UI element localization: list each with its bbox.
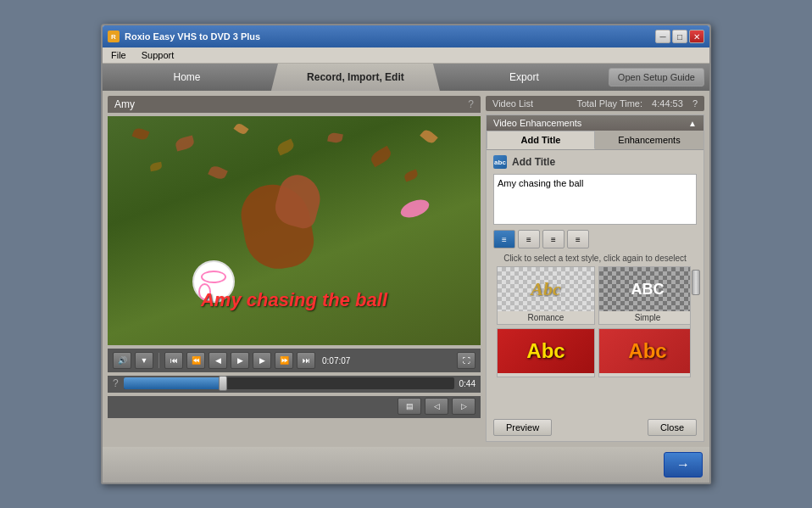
next-clip-btn[interactable]: ▷ [452, 398, 476, 415]
next-button[interactable]: → [664, 452, 703, 477]
tab-export[interactable]: Export [440, 64, 609, 91]
fullscreen-button[interactable]: ⛶ [457, 352, 476, 369]
preview-button[interactable]: Preview [493, 419, 552, 436]
enhancements-title-bar: Video Enhancements ▲ [487, 115, 704, 131]
video-header: Amy ? [108, 96, 481, 113]
progress-help[interactable]: ? [113, 377, 119, 389]
add-title-header: abc Add Title [493, 155, 697, 169]
simple-label: Simple [599, 311, 696, 324]
video-help-icon[interactable]: ? [468, 98, 474, 110]
enhancements-title: Video Enhancements [493, 118, 581, 128]
menu-file[interactable]: File [108, 49, 130, 61]
time-end: 0:44 [459, 379, 476, 388]
tab-record-import-edit[interactable]: Record, Import, Edit [271, 64, 440, 91]
align-justify-button[interactable]: ≡ [567, 230, 589, 248]
add-title-icon: abc [493, 155, 507, 169]
main-window: R Roxio Easy VHS to DVD 3 Plus ─ □ ✕ Fil… [101, 24, 711, 484]
time-display: 0:07:07 [322, 356, 350, 366]
tab-add-title[interactable]: Add Title [487, 131, 595, 149]
style-simple[interactable]: ABC Simple [598, 266, 697, 325]
video-label: Amy [114, 98, 135, 110]
align-right-button[interactable]: ≡ [542, 230, 565, 248]
fast-fwd-button[interactable]: ⏩ [275, 352, 293, 369]
progress-fill [124, 377, 223, 389]
tab-enhancements[interactable]: Enhancements [595, 131, 704, 149]
video-controls: 🔊 ▼ ⏮ ⏪ ◀ ▶ ▶ ⏩ ⏭ 0:07:07 ⛶ [108, 349, 481, 372]
style3-thumb: Abc [498, 329, 594, 373]
progress-row: ? 0:44 [108, 376, 481, 393]
enhancements-panel: Video Enhancements ▲ Add Title Enhanceme… [486, 114, 704, 442]
title-bar: R Roxio Easy VHS to DVD 3 Plus ─ □ ✕ [103, 25, 709, 47]
app-icon: R [108, 31, 120, 42]
style-grid: Abc Romance ABC Simple Abc [493, 266, 700, 377]
tab-home[interactable]: Home [103, 64, 271, 91]
title-controls: ─ □ ✕ [655, 30, 704, 43]
text-align-buttons: ≡ ≡ ≡ ≡ [493, 230, 697, 248]
video-list-label: Video List [492, 98, 533, 109]
skip-fwd-button[interactable]: ⏭ [297, 352, 315, 369]
style-romance[interactable]: Abc Romance [497, 266, 595, 325]
add-title-section: abc Add Title ≡ ≡ ≡ ≡ [487, 150, 704, 254]
progress-bar[interactable] [124, 377, 454, 389]
video-overlay-text: Amy chasing the ball [201, 289, 387, 311]
progress-thumb[interactable] [219, 376, 227, 391]
romance-label: Romance [498, 311, 594, 324]
enhance-footer: Preview Close [487, 414, 704, 441]
video-total-play: Total Play Time: 4:44:53 ? [576, 98, 698, 109]
separator1 [159, 353, 159, 368]
main-content: Amy ? [103, 91, 709, 447]
close-enhance-button[interactable]: Close [648, 419, 697, 436]
style4-thumb: Abc [599, 329, 696, 373]
style-hint: Click to select a text style, click agai… [487, 254, 704, 263]
frame-fwd-button[interactable]: ▶ [253, 352, 271, 369]
scrollbar-thumb[interactable] [692, 270, 700, 295]
bottom-bar: → [103, 447, 709, 483]
title-bar-left: R Roxio Easy VHS to DVD 3 Plus [108, 31, 260, 42]
volume-button[interactable]: 🔊 [113, 352, 131, 369]
video-list-header: Video List Total Play Time: 4:44:53 ? [486, 96, 704, 111]
next-icon: → [676, 457, 690, 472]
total-play-help[interactable]: ? [692, 98, 698, 109]
open-setup-guide-button[interactable]: Open Setup Guide [609, 68, 704, 87]
window-title: Roxio Easy VHS to DVD 3 Plus [125, 31, 260, 42]
style4-label [599, 373, 696, 377]
play-button[interactable]: ▶ [231, 352, 249, 369]
nav-bar: Home Record, Import, Edit Export Open Se… [103, 64, 709, 91]
prev-clip-btn[interactable]: ◁ [425, 398, 448, 415]
style3-label [498, 373, 594, 377]
subtitle-btn[interactable]: ▤ [398, 398, 421, 415]
close-button[interactable]: ✕ [689, 30, 704, 43]
skip-back-button[interactable]: ⏮ [164, 352, 183, 369]
align-center-button[interactable]: ≡ [518, 230, 540, 248]
video-subcontrols: ▤ ◁ ▷ [108, 396, 481, 418]
romance-thumb: Abc [498, 267, 594, 311]
video-grass: Amy chasing the ball [108, 116, 481, 345]
simple-thumb: ABC [599, 267, 696, 311]
volume-down-button[interactable]: ▼ [135, 352, 153, 369]
rewind-button[interactable]: ⏪ [186, 352, 205, 369]
frame-back-button[interactable]: ◀ [209, 352, 227, 369]
enhance-tabs: Add Title Enhancements [487, 131, 704, 150]
styles-scrollbar[interactable] [690, 266, 700, 377]
right-panel: Video List Total Play Time: 4:44:53 ? Vi… [486, 96, 704, 442]
add-title-label: Add Title [512, 156, 555, 168]
video-screen: Amy chasing the ball [108, 116, 481, 345]
style-3[interactable]: Abc [497, 328, 595, 377]
title-textarea[interactable] [493, 174, 697, 225]
maximize-button[interactable]: □ [672, 30, 687, 43]
minimize-button[interactable]: ─ [655, 30, 670, 43]
total-play-time: 4:44:53 [652, 98, 683, 109]
total-play-label: Total Play Time: [576, 98, 642, 109]
style-4[interactable]: Abc [598, 328, 697, 377]
menu-bar: File Support [103, 47, 709, 64]
collapse-button[interactable]: ▲ [688, 119, 697, 128]
align-left-button[interactable]: ≡ [493, 230, 515, 248]
menu-support[interactable]: Support [138, 49, 178, 61]
video-panel: Amy ? [108, 96, 481, 442]
